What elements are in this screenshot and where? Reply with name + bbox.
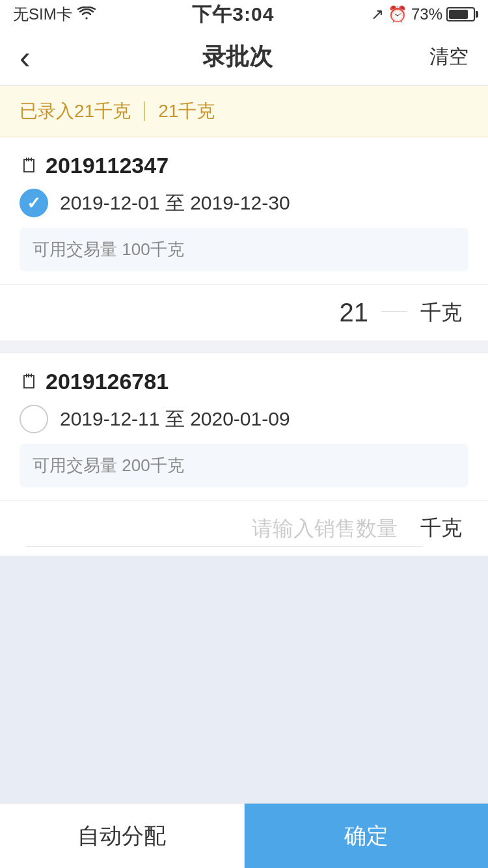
banner-divider — [144, 102, 145, 121]
wifi-icon — [77, 5, 96, 23]
item-header-1: 🗒 2019112347 — [0, 137, 488, 185]
page-content: 已录入21千克 21千克 🗒 2019112347 2019-12-01 至 2… — [0, 86, 488, 868]
auto-distribute-label: 自动分配 — [77, 821, 166, 851]
item-id-2: 2019126781 — [46, 369, 169, 394]
qty-unit-2: 千克 — [420, 514, 462, 543]
recorded-label: 已录入21千克 — [20, 99, 131, 124]
radio-button-1[interactable] — [20, 189, 48, 217]
carrier-text: 无SIM卡 — [13, 4, 72, 25]
location-icon: ↗ — [371, 5, 384, 23]
recorded-value: 21千克 — [158, 99, 215, 124]
item-id-1: 2019112347 — [46, 153, 169, 178]
item-date-row-1[interactable]: 2019-12-01 至 2019-12-30 — [0, 185, 488, 228]
item-date-1: 2019-12-01 至 2019-12-30 — [60, 190, 290, 217]
qty-value-1: 21 — [340, 298, 369, 327]
info-banner: 已录入21千克 21千克 — [0, 86, 488, 137]
confirm-button[interactable]: 确定 — [245, 804, 489, 868]
qty-input-underline-2 — [26, 546, 423, 547]
item-date-2: 2019-12-11 至 2020-01-09 — [60, 406, 290, 433]
nav-bar: ‹ 录批次 清空 — [0, 29, 488, 86]
confirm-label: 确定 — [344, 821, 388, 851]
status-time: 下午3:04 — [192, 1, 274, 28]
alarm-icon: ⏰ — [388, 5, 407, 23]
item-card-1: 🗒 2019112347 2019-12-01 至 2019-12-30 可用交… — [0, 137, 488, 340]
document-icon-2: 🗒 — [20, 371, 39, 393]
item-card-2: 🗒 2019126781 2019-12-11 至 2020-01-09 可用交… — [0, 353, 488, 556]
qty-unit-1: 千克 — [420, 299, 462, 327]
page-title: 录批次 — [202, 41, 273, 73]
quantity-input-row-2: 千克 — [0, 500, 488, 556]
item-available-2: 可用交易量 200千克 — [20, 444, 468, 487]
battery-percent: 73% — [411, 5, 442, 23]
item-header-2: 🗒 2019126781 — [0, 353, 488, 401]
qty-input-2[interactable] — [212, 517, 407, 541]
back-button[interactable]: ‹ — [20, 38, 59, 76]
clear-button[interactable]: 清空 — [416, 44, 468, 70]
quantity-row-1: 21 千克 — [0, 284, 488, 340]
battery-icon — [446, 7, 475, 21]
section-divider — [0, 340, 488, 353]
item-date-row-2[interactable]: 2019-12-11 至 2020-01-09 — [0, 401, 488, 444]
bottom-area — [0, 556, 488, 816]
qty-underline-1 — [381, 311, 407, 312]
item-available-1: 可用交易量 100千克 — [20, 228, 468, 271]
document-icon-1: 🗒 — [20, 155, 39, 177]
status-left: 无SIM卡 — [13, 4, 96, 25]
auto-distribute-button[interactable]: 自动分配 — [0, 804, 245, 868]
status-bar: 无SIM卡 下午3:04 ↗ ⏰ 73% — [0, 0, 488, 29]
status-right: ↗ ⏰ 73% — [371, 5, 475, 23]
footer: 自动分配 确定 — [0, 803, 488, 868]
radio-button-2[interactable] — [20, 405, 48, 433]
